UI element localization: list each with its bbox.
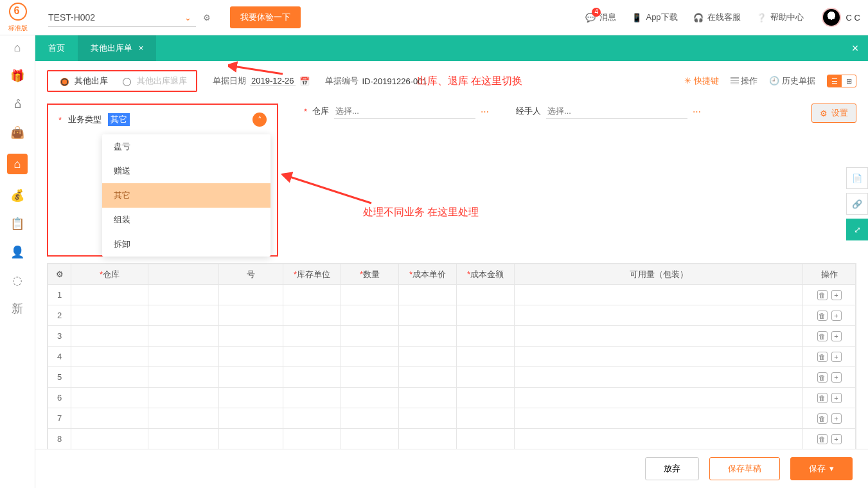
biz-type-value: 其它 bbox=[108, 113, 130, 126]
table-header: ⚙ *仓库 号 *库存单位 *数量 *成本单价 *成本金额 可用量（包装） 操作 bbox=[48, 264, 856, 285]
username: C C bbox=[846, 13, 860, 23]
doc-type-radio-group: 其他出库 其他出库退库 bbox=[47, 70, 197, 92]
more-icon[interactable]: ⋯ bbox=[693, 107, 702, 116]
trial-button[interactable]: 我要体验一下 bbox=[230, 6, 301, 28]
view-toggle[interactable]: ☰ ⊞ bbox=[827, 75, 856, 87]
radio-outbound[interactable]: 其他出库 bbox=[57, 75, 108, 87]
table-row[interactable]: 2🗑+ bbox=[48, 305, 856, 326]
radio-return[interactable]: 其他出库退库 bbox=[120, 75, 187, 87]
add-icon[interactable]: + bbox=[831, 352, 842, 362]
nav-rail: ⌂ 🎁 ⌂̂ 👜 ⌂ 💰 📋 👤 ◌ 新 bbox=[0, 35, 35, 488]
settings-button[interactable]: ⚙ 设置 bbox=[811, 104, 856, 123]
table-row[interactable]: 8🗑+ bbox=[48, 429, 856, 449]
save-draft-button[interactable]: 保存草稿 bbox=[709, 457, 780, 480]
top-bar: 标准版 ⌄ ⚙ 我要体验一下 💬 消息 4 📱App下载 🎧在线客服 ❔帮助中心… bbox=[0, 0, 868, 35]
handler-field[interactable]: 经手人 ⋯ bbox=[516, 104, 702, 119]
radio-outbound-input[interactable] bbox=[60, 78, 69, 86]
tenant-select[interactable] bbox=[48, 8, 196, 27]
close-icon[interactable]: × bbox=[139, 43, 144, 53]
grid-view-icon[interactable]: ⊞ bbox=[842, 75, 856, 87]
link-icon[interactable]: 🔗 bbox=[846, 193, 868, 215]
logo-edition: 标准版 bbox=[0, 24, 35, 33]
settings-col-header[interactable]: ⚙ bbox=[48, 264, 71, 285]
note-icon[interactable]: 📄 bbox=[846, 167, 868, 189]
biz-option[interactable]: 拆卸 bbox=[102, 232, 270, 257]
delete-icon[interactable]: 🗑 bbox=[817, 372, 828, 383]
nav-new-icon[interactable]: 新 bbox=[10, 302, 24, 316]
discard-button[interactable]: 放弃 bbox=[645, 457, 699, 480]
floating-toolbar: 📄 🔗 ⤢ bbox=[846, 167, 868, 240]
delete-icon[interactable]: 🗑 bbox=[817, 434, 828, 444]
nav-warehouse-icon[interactable]: ⌂ bbox=[7, 154, 28, 174]
avatar[interactable] bbox=[822, 8, 841, 27]
support-link[interactable]: 🎧在线客服 bbox=[693, 12, 741, 23]
add-icon[interactable]: + bbox=[831, 393, 842, 403]
ops-menu[interactable]: ▤ 操作 bbox=[731, 75, 758, 87]
annotation-text: 出库、退库 在这里切换 bbox=[417, 75, 522, 88]
chevron-up-icon[interactable]: ˄ bbox=[252, 113, 267, 127]
table-row[interactable]: 4🗑+ bbox=[48, 347, 856, 367]
biz-type-dropdown: 盘亏赠送其它组装拆卸 bbox=[102, 134, 270, 257]
logo-icon bbox=[9, 3, 27, 21]
biz-option[interactable]: 组装 bbox=[102, 208, 270, 232]
table-row[interactable]: 1🗑+ bbox=[48, 285, 856, 305]
save-button[interactable]: 保存▾ bbox=[790, 457, 853, 480]
chevron-down-icon[interactable]: ⌄ bbox=[184, 13, 191, 23]
table-row[interactable]: 3🗑+ bbox=[48, 326, 856, 347]
biz-option[interactable]: 盘亏 bbox=[102, 134, 270, 159]
table-row[interactable]: 7🗑+ bbox=[48, 408, 856, 429]
delete-icon[interactable]: 🗑 bbox=[817, 413, 828, 424]
biz-type-field[interactable]: * 业务类型 其它 ˄ bbox=[58, 113, 267, 127]
doc-date[interactable]: 单据日期 2019-12-26 📅 bbox=[213, 75, 310, 87]
delete-icon[interactable]: 🗑 bbox=[817, 311, 828, 321]
history-link[interactable]: 🕘 历史单据 bbox=[769, 75, 815, 87]
add-icon[interactable]: + bbox=[831, 372, 842, 383]
biz-option[interactable]: 其它 bbox=[102, 183, 270, 208]
close-all-icon[interactable]: × bbox=[842, 42, 868, 55]
shortcuts-link[interactable]: ✳ 快捷键 bbox=[684, 75, 719, 87]
add-icon[interactable]: + bbox=[831, 434, 842, 444]
items-table: ⚙ *仓库 号 *库存单位 *数量 *成本单价 *成本金额 可用量（包装） 操作 bbox=[47, 263, 856, 449]
help-link[interactable]: ❔帮助中心 bbox=[756, 12, 804, 23]
more-icon[interactable]: ⋯ bbox=[481, 107, 490, 116]
radio-return-input[interactable] bbox=[123, 78, 131, 86]
handler-input[interactable] bbox=[546, 104, 687, 119]
delete-icon[interactable]: 🗑 bbox=[817, 393, 828, 403]
add-icon[interactable]: + bbox=[831, 290, 842, 300]
delete-icon[interactable]: 🗑 bbox=[817, 352, 828, 362]
add-icon[interactable]: + bbox=[831, 413, 842, 424]
biz-type-field-highlight: * 业务类型 其它 ˄ 盘亏赠送其它组装拆卸 bbox=[47, 104, 278, 257]
nav-gift-icon[interactable]: 🎁 bbox=[10, 69, 24, 83]
nav-money-icon[interactable]: 💰 bbox=[10, 188, 24, 203]
nav-person-icon[interactable]: 👤 bbox=[10, 245, 24, 259]
nav-loop-icon[interactable]: ◌ bbox=[10, 273, 24, 287]
table-row[interactable]: 6🗑+ bbox=[48, 388, 856, 408]
calendar-icon[interactable]: 📅 bbox=[299, 77, 310, 86]
page-tabs: 首页 其他出库单 × × bbox=[35, 35, 868, 61]
doc-code: 单据编号 ID-20191226-001 bbox=[325, 75, 427, 87]
help-icon: ❔ bbox=[756, 13, 766, 23]
app-download-link[interactable]: 📱App下载 bbox=[632, 12, 677, 23]
messages-badge: 4 bbox=[592, 8, 601, 17]
nav-house-icon[interactable]: ⌂̂ bbox=[10, 97, 24, 111]
gear-icon[interactable]: ⚙ bbox=[203, 13, 211, 23]
add-icon[interactable]: + bbox=[831, 331, 842, 341]
biz-option[interactable]: 赠送 bbox=[102, 159, 270, 183]
nav-bag-icon[interactable]: 👜 bbox=[10, 125, 24, 140]
table-row[interactable]: 5🗑+ bbox=[48, 367, 856, 388]
nav-clipboard-icon[interactable]: 📋 bbox=[10, 217, 24, 231]
filters-row: * 业务类型 其它 ˄ 盘亏赠送其它组装拆卸 *仓库 ⋯ bbox=[47, 104, 856, 257]
delete-icon[interactable]: 🗑 bbox=[817, 331, 828, 341]
messages-link[interactable]: 💬 消息 4 bbox=[585, 12, 616, 23]
tab-home[interactable]: 首页 bbox=[35, 35, 78, 61]
add-icon[interactable]: + bbox=[831, 311, 842, 321]
logo: 标准版 bbox=[0, 3, 35, 33]
expand-icon[interactable]: ⤢ bbox=[846, 219, 868, 240]
tab-other-outbound[interactable]: 其他出库单 × bbox=[78, 35, 156, 61]
warehouse-input[interactable] bbox=[334, 104, 475, 119]
list-view-icon[interactable]: ☰ bbox=[828, 75, 842, 87]
delete-icon[interactable]: 🗑 bbox=[817, 290, 828, 300]
gear-icon: ⚙ bbox=[820, 109, 828, 118]
nav-home-icon[interactable]: ⌂ bbox=[10, 41, 24, 55]
warehouse-field[interactable]: *仓库 ⋯ bbox=[304, 104, 490, 119]
